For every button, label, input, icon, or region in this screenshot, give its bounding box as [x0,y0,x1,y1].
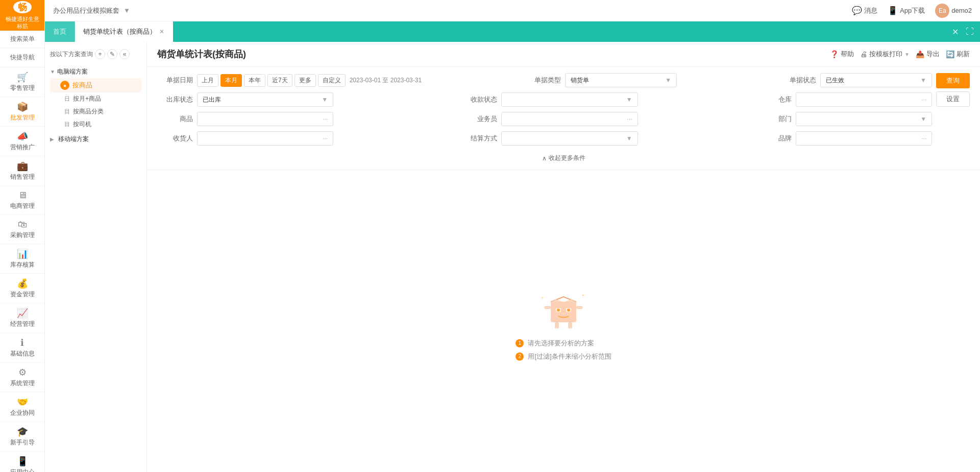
left-panel: 按以下方案查询 + ✎ « ▼ 电脑端方案 ● 按商品 [45,42,147,472]
edit-icon: ✎ [110,51,115,58]
settlement-label: 结算方式 [467,134,497,143]
tab-report[interactable]: 销货单统计表（按商品） ✕ [75,21,173,42]
sidebar-item-enterprise[interactable]: 🤝 企业协同 [0,392,44,422]
page-header: 销货单统计表(按商品) ❓ 帮助 🖨 按模板打印 ▼ 📤 导出 [147,42,980,67]
message-btn[interactable]: 💬 消息 [852,6,877,15]
tip-1-num: 1 [516,339,524,347]
date-btn-last-month[interactable]: 上月 [197,74,218,87]
sidebar-item-inventory[interactable]: 📊 库存核算 [0,244,44,274]
sidebar-item-system[interactable]: ⚙ 系统管理 [0,363,44,392]
scheme-item-by-product[interactable]: ● 按商品 [50,78,141,92]
data-area: ✦ ✦ 1 请先选择要分析的方案 2 用[过滤]条件来缩小分析范围 [147,170,980,472]
product-dots[interactable]: ··· [323,115,328,123]
scheme-query-label: 按以下方案查询 [50,50,93,59]
report-tab-label: 销货单统计表（按商品） [83,27,156,36]
quick-nav-label: 快捷导航 [10,51,35,64]
scheme-item-by-month-product[interactable]: 日 按月+商品 [50,92,141,105]
sidebar-item-ecommerce[interactable]: 🖥 电商管理 [0,186,44,215]
sidebar-item-retail[interactable]: 🛒 零售管理 [0,67,44,97]
date-btn-more[interactable]: 更多 [295,74,316,87]
department-select[interactable]: ▼ [796,112,932,126]
ecommerce-label: 电商管理 [10,202,35,210]
sidebar-item-finance[interactable]: 💰 资金管理 [0,274,44,303]
by-category-label: 按商品分类 [73,107,104,116]
salesman-input[interactable]: ··· [501,112,638,126]
tab-home[interactable]: 首页 [45,21,75,42]
out-status-label: 出库状态 [157,95,193,104]
receiver-input[interactable]: ··· [197,131,333,146]
collapse-panel-btn[interactable]: « [119,49,130,59]
department-arrow: ▼ [920,115,926,123]
inventory-icon: 📊 [17,248,28,259]
tab-expand-icon[interactable]: ⛶ [964,26,976,37]
dropdown-icon[interactable]: ▼ [124,7,130,14]
export-btn[interactable]: 📤 导出 [916,50,940,59]
refresh-btn[interactable]: 🔄 刷新 [946,50,970,59]
sidebar-item-purchase[interactable]: 🛍 采购管理 [0,215,44,244]
product-input[interactable]: ··· [197,112,333,126]
user-menu[interactable]: Ea demo2 [935,4,972,18]
warehouse-select[interactable]: ··· [796,92,932,107]
sidebar-item-sales[interactable]: 💼 销售管理 [0,156,44,186]
tab-close-icon[interactable]: ✕ [159,28,164,35]
edit-scheme-btn[interactable]: ✎ [107,49,117,59]
receipt-status-select[interactable]: ▼ [501,92,638,107]
category-icon: 目 [64,108,70,115]
svg-rect-0 [551,302,576,322]
reset-button[interactable]: 设置 [936,91,970,107]
doc-status-select[interactable]: 已生效 ▼ [820,73,932,87]
date-btn-7days[interactable]: 近7天 [267,74,292,87]
date-btn-this-month[interactable]: 本月 [220,74,242,87]
arrow-right-icon: ▶ [50,136,54,142]
search-button[interactable]: 查询 [936,73,970,88]
brand-input[interactable]: ··· [796,131,932,146]
salesman-dots[interactable]: ··· [627,115,632,123]
sidebar-item-operations[interactable]: 📈 经营管理 [0,303,44,333]
enterprise-icon: 🤝 [17,396,28,408]
doc-type-label: 单据类型 [530,76,561,85]
mobile-group-title[interactable]: ▶ 移动端方案 [45,133,146,146]
date-btn-custom[interactable]: 自定义 [318,74,346,87]
tab-spacer [173,21,946,42]
collapse-icon: « [123,51,127,58]
doc-type-value: 销货单 [571,76,589,85]
scheme-item-by-register[interactable]: 目 按司机 [50,118,141,131]
export-icon: 📤 [916,50,924,58]
out-status-select[interactable]: 已出库 ▼ [197,92,333,107]
sidebar-search-section[interactable]: 搜索菜单 [0,31,44,48]
sidebar: 畅 畅捷通好生意 标筋 搜索菜单 快捷导航 🛒 零售管理 📦 批发管理 📣 营销… [0,0,45,472]
filter-row-4: 收货人 ··· 结算方式 ▼ [157,131,932,146]
collapse-conditions-btn[interactable]: ∧ 收起更多条件 [157,151,970,163]
help-btn[interactable]: ❓ 帮助 [830,50,854,59]
tab-right-buttons: ✕ ⛶ [946,21,980,42]
settlement-select[interactable]: ▼ [501,131,638,146]
app-logo: 畅 畅捷通好生意 标筋 [0,0,44,31]
desktop-group-title[interactable]: ▼ 电脑端方案 [50,65,141,78]
print-arrow-icon: ▼ [904,52,910,57]
by-month-product-label: 按月+商品 [73,95,101,103]
refresh-icon: 🔄 [946,50,954,58]
receiver-dots[interactable]: ··· [323,135,328,142]
home-tab-label: 首页 [53,27,66,36]
export-label: 导出 [926,50,940,59]
brand-dots[interactable]: ··· [921,135,926,142]
sidebar-item-wholesale[interactable]: 📦 批发管理 [0,97,44,127]
scheme-item-by-category[interactable]: 目 按商品分类 [50,105,141,118]
sidebar-item-apps[interactable]: 📱 应用中心 [0,452,44,472]
svg-text:✦: ✦ [581,293,585,298]
main-area: 办公用品行业模拟账套 ▼ 💬 消息 📱 App下载 Ea demo2 首页 [45,0,980,472]
app-download-btn[interactable]: 📱 App下载 [888,6,925,15]
filter-row-3: 商品 ··· 业务员 ··· [157,112,932,126]
add-scheme-btn[interactable]: + [95,49,105,59]
date-btn-this-year[interactable]: 本年 [244,74,265,87]
sidebar-item-guide[interactable]: 🎓 新手引导 [0,422,44,452]
sidebar-item-basic[interactable]: ℹ 基础信息 [0,333,44,363]
doc-type-select[interactable]: 销货单 ▼ [565,73,677,87]
tab-close-all-icon[interactable]: ✕ [950,26,961,38]
arrow-down-icon: ▼ [50,69,55,75]
print-btn[interactable]: 🖨 按模板打印 ▼ [860,50,910,59]
enterprise-label: 企业协同 [10,409,35,417]
sidebar-item-marketing[interactable]: 📣 营销推广 [0,127,44,156]
filter-row-1: 单据日期 上月 本月 本年 近7天 更多 自定义 2023-03-01 至 20… [157,73,932,87]
warehouse-dots[interactable]: ··· [921,96,926,103]
